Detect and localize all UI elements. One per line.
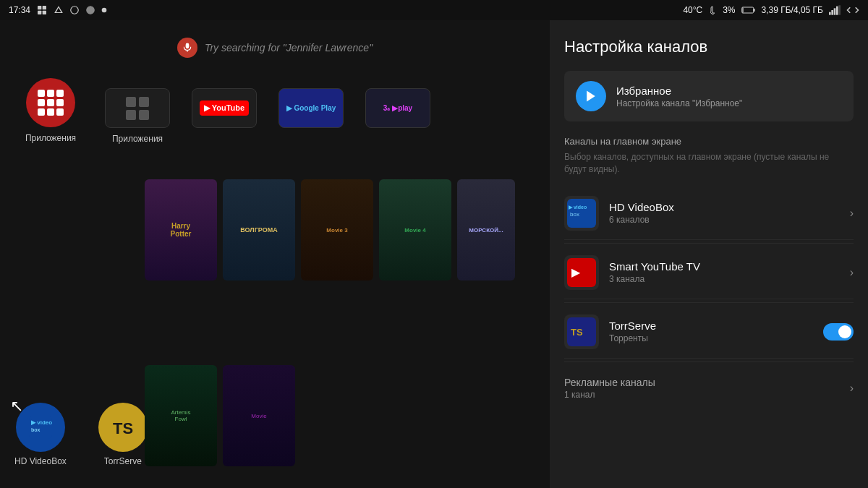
svg-point-5 <box>87 7 95 14</box>
code-icon <box>846 5 859 15</box>
media-thumb-1[interactable]: HarryPotter <box>145 179 217 281</box>
media-label-2: ВОЛГРОМА <box>237 223 280 236</box>
svg-point-4 <box>71 7 79 14</box>
favorites-card[interactable]: Избранное Настройка канала "Избранное" <box>564 71 854 121</box>
torrserve-circle[interactable]: TS <box>98 403 148 452</box>
svg-text:TS: TS <box>113 419 133 437</box>
svg-rect-12 <box>834 8 836 14</box>
circle-icon <box>69 5 80 15</box>
channel-info-torrserve: TorrServe Торренты <box>609 320 813 343</box>
antenna-icon <box>54 4 64 16</box>
videobox-logo-icon: ▶ videobox <box>29 416 52 439</box>
svg-text:box: box <box>570 211 579 218</box>
media-section: HarryPotter ВОЛГРОМА Movie 3 Movie 4 МОР… <box>145 179 515 281</box>
search-hint: Try searching for "Jennifer Lawrence" <box>205 42 373 53</box>
channel-info-videobox: HD VideoBox 6 каналов <box>609 201 840 225</box>
all-apps-item[interactable]: Приложения <box>14 78 87 143</box>
extra-app-item[interactable]: 3ₐ ▶play <box>362 88 434 128</box>
channel-count-videobox: 6 каналов <box>609 215 840 225</box>
all-apps-icon[interactable] <box>26 78 75 127</box>
google-play-item[interactable]: ▶ Google Play <box>275 88 347 128</box>
mic-icon[interactable] <box>177 38 197 58</box>
bottom-media-row: ArtemisFowl Movie <box>145 365 295 466</box>
media-thumb-2[interactable]: ВОЛГРОМА <box>223 179 295 281</box>
svg-rect-0 <box>38 6 41 9</box>
search-bar[interactable]: Try searching for "Jennifer Lawrence" <box>0 38 550 58</box>
ads-section[interactable]: Рекламные каналы 1 канал › <box>564 368 854 408</box>
ads-info: Рекламные каналы 1 канал <box>564 377 840 400</box>
apps-rect-icon[interactable] <box>105 88 170 128</box>
chevron-videobox: › <box>850 207 854 220</box>
svg-rect-14 <box>838 5 841 14</box>
temperature-display: 40°C <box>683 5 702 15</box>
hd-videobox-label: HD VideoBox <box>14 456 67 466</box>
bottom-thumb-2[interactable]: Movie <box>223 365 295 466</box>
youtube-icon[interactable]: ▶ YouTube <box>192 88 257 128</box>
svg-point-6 <box>102 8 107 13</box>
media-thumb-4[interactable]: Movie 4 <box>379 179 451 281</box>
apps-item[interactable]: Приложения <box>101 88 174 144</box>
bottom-apps: ▶ videobox HD VideoBox TS TorrServe <box>14 403 148 466</box>
cursor: ↖ <box>10 397 23 416</box>
bottom-media-label-1: ArtemisFowl <box>168 406 193 425</box>
left-panel: Try searching for "Jennifer Lawrence" Пр… <box>0 20 550 488</box>
channels-section-heading: Каналы на главном экране <box>564 136 854 147</box>
signal-icon <box>829 5 841 15</box>
media-thumb-3[interactable]: Movie 3 <box>301 179 373 281</box>
status-right: 40°C 3% 3,39 ГБ/4,05 ГБ <box>683 4 859 16</box>
svg-text:▶: ▶ <box>571 266 581 278</box>
time-display: 17:34 <box>9 5 30 15</box>
chevron-ads: › <box>850 382 854 395</box>
channel-count-torrserve: Торренты <box>609 333 813 343</box>
svg-rect-10 <box>829 12 831 15</box>
storage-display: 3,39 ГБ/4,05 ГБ <box>762 5 823 15</box>
svg-text:TS: TS <box>571 327 583 338</box>
svg-rect-1 <box>43 6 46 9</box>
channel-icon-torrserve: TS <box>564 314 599 349</box>
status-left: 17:34 <box>9 4 107 16</box>
channel-item-videobox[interactable]: ▶ videobox HD VideoBox 6 каналов › <box>564 187 854 240</box>
bottom-thumb-1[interactable]: ArtemisFowl <box>145 365 217 466</box>
all-apps-label: Приложения <box>25 133 76 143</box>
svg-marker-20 <box>587 91 595 102</box>
channel-count-youtube: 3 канала <box>609 274 840 284</box>
extra-app-logo: 3ₐ ▶play <box>383 104 412 112</box>
torrserve-app[interactable]: TS TorrServe <box>98 403 148 466</box>
channel-name-youtube: Smart YouTube TV <box>609 260 840 273</box>
divider-1 <box>564 243 854 244</box>
google-play-icon[interactable]: ▶ Google Play <box>278 88 344 128</box>
ads-count: 1 канал <box>564 390 840 400</box>
status-bar: 17:34 40°C 3% 3,39 ГБ/4,05 ГБ <box>0 0 868 20</box>
battery-icon <box>741 5 756 15</box>
panel-title: Настройка каналов <box>564 38 854 56</box>
channel-icon-videobox: ▶ videobox <box>564 196 599 231</box>
torrserve-svg-icon: TS <box>98 403 148 452</box>
channel-name-torrserve: TorrServe <box>609 320 813 332</box>
hd-videobox-circle[interactable]: ▶ videobox <box>16 403 65 452</box>
svg-rect-9 <box>753 9 754 12</box>
thermometer-icon <box>708 4 717 16</box>
svg-rect-11 <box>831 10 833 15</box>
svg-rect-2 <box>38 11 41 14</box>
channel-info-youtube: Smart YouTube TV 3 канала <box>609 260 840 284</box>
gallery-icon <box>36 4 48 16</box>
svg-rect-8 <box>742 8 743 13</box>
channel-item-torrserve[interactable]: TS TorrServe Торренты <box>564 306 854 359</box>
extra-app-icon[interactable]: 3ₐ ▶play <box>365 88 430 128</box>
media-label-5: МОРСКОЙ... <box>466 224 506 236</box>
dot-icon <box>101 7 107 13</box>
apps-rect-label: Приложения <box>112 134 163 144</box>
media-label-4: Movie 4 <box>401 224 428 236</box>
torrserve-label: TorrServe <box>104 456 142 466</box>
youtube-item[interactable]: ▶ YouTube <box>188 88 260 128</box>
google-play-logo: ▶ Google Play <box>286 104 336 112</box>
grid-icon <box>38 90 64 116</box>
torrserve-toggle[interactable] <box>823 323 854 341</box>
apps-row: Приложения Приложения ▶ YouTube ▶ Google… <box>14 78 434 144</box>
channel-name-videobox: HD VideoBox <box>609 201 840 213</box>
media-thumb-5[interactable]: МОРСКОЙ... <box>457 179 515 281</box>
favorites-icon <box>576 81 606 111</box>
right-panel: Настройка каналов Избранное Настройка ка… <box>550 20 868 488</box>
bottom-media-label-2: Movie <box>248 410 269 422</box>
channel-item-youtube[interactable]: ▶ Smart YouTube TV 3 канала › <box>564 247 854 299</box>
